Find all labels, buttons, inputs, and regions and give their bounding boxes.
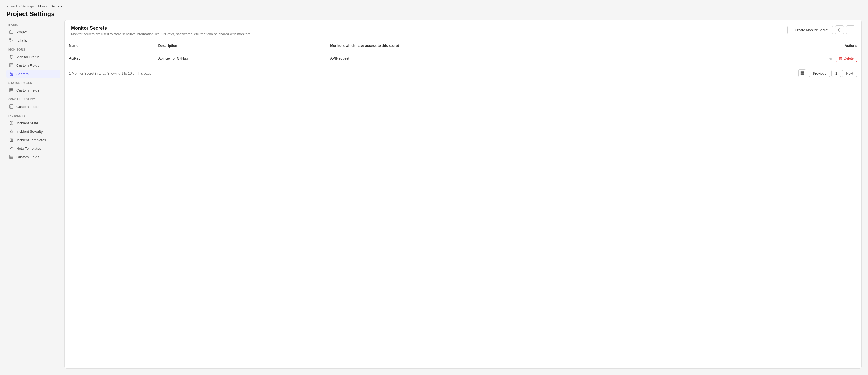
trash-icon bbox=[839, 57, 842, 60]
sidebar-label-note-templates: Note Templates bbox=[17, 146, 41, 150]
sidebar-label-custom-fields-incidents: Custom Fields bbox=[17, 155, 39, 159]
breadcrumb-sep-1: › bbox=[19, 4, 20, 8]
sidebar-section-oncall: On-Call Policy bbox=[6, 94, 60, 102]
breadcrumb-sep-2: › bbox=[35, 4, 36, 8]
cell-monitors: APIRequest bbox=[326, 51, 675, 66]
cell-actions: Edit Delete bbox=[675, 51, 861, 66]
sidebar-section-status-pages: Status Pages bbox=[6, 78, 60, 86]
table-icon-status bbox=[9, 88, 14, 92]
sidebar-label-project: Project bbox=[17, 30, 28, 34]
table-footer: 1 Monitor Secret in total. Showing 1 to … bbox=[65, 66, 861, 80]
tag-icon bbox=[9, 38, 14, 43]
header-actions: + Create Monitor Secret bbox=[787, 25, 855, 34]
sidebar-label-custom-fields-monitors: Custom Fields bbox=[17, 63, 39, 67]
sidebar-section-monitors: Monitors bbox=[6, 45, 60, 53]
cell-description: Api Key for GitHub bbox=[154, 51, 326, 66]
main-layout: Basic Project Labels Mo bbox=[0, 20, 868, 375]
sidebar-item-custom-fields-incidents[interactable]: Custom Fields bbox=[6, 152, 60, 161]
svg-rect-10 bbox=[9, 88, 13, 92]
filter-button[interactable] bbox=[846, 25, 855, 34]
breadcrumb: Project › Settings › Monitor Secrets bbox=[6, 4, 862, 8]
table-wrapper: Name Description Monitors which have acc… bbox=[65, 40, 861, 66]
pagination-filter-icon[interactable] bbox=[798, 69, 806, 77]
sidebar-item-custom-fields-status[interactable]: Custom Fields bbox=[6, 86, 60, 94]
delete-label: Delete bbox=[844, 56, 854, 60]
sidebar-label-incident-state: Incident State bbox=[17, 121, 38, 125]
sidebar-label-incident-templates: Incident Templates bbox=[17, 138, 46, 142]
current-page-button[interactable]: 1 bbox=[831, 70, 841, 77]
sidebar-section-incidents: Incidents bbox=[6, 111, 60, 119]
table-header-row: Name Description Monitors which have acc… bbox=[65, 40, 861, 51]
sidebar-label-secrets: Secrets bbox=[17, 72, 29, 76]
sidebar-label-labels: Labels bbox=[17, 38, 27, 42]
sidebar-label-incident-severity: Incident Severity bbox=[17, 129, 43, 134]
sidebar-item-custom-fields-monitors[interactable]: Custom Fields bbox=[6, 61, 60, 69]
col-actions: Actions bbox=[675, 40, 861, 51]
content-subtitle: Monitor secrets are used to store sensit… bbox=[71, 32, 251, 36]
sidebar-item-incident-severity[interactable]: Incident Severity bbox=[6, 127, 60, 136]
cell-name: ApiKey bbox=[65, 51, 154, 66]
content-panel: Monitor Secrets Monitor secrets are used… bbox=[64, 20, 862, 369]
table-icon-monitors bbox=[9, 63, 14, 68]
next-button[interactable]: Next bbox=[842, 70, 857, 77]
edit-button[interactable]: Edit bbox=[825, 56, 834, 62]
page-title: Project Settings bbox=[6, 10, 862, 18]
svg-point-9 bbox=[11, 74, 11, 75]
table-icon-oncall bbox=[9, 104, 14, 109]
col-description: Description bbox=[154, 40, 326, 51]
sidebar-label-custom-fields-oncall: Custom Fields bbox=[17, 105, 39, 109]
content-title-area: Monitor Secrets Monitor secrets are used… bbox=[71, 25, 251, 36]
pagination: Previous 1 Next bbox=[798, 69, 857, 77]
delete-button[interactable]: Delete bbox=[836, 55, 857, 62]
svg-rect-22 bbox=[9, 155, 13, 159]
previous-button[interactable]: Previous bbox=[809, 70, 830, 77]
sidebar-item-project[interactable]: Project bbox=[6, 28, 60, 36]
triangle-icon bbox=[9, 129, 14, 134]
col-monitors: Monitors which have access to this secre… bbox=[326, 40, 675, 51]
sidebar-label-custom-fields-status: Custom Fields bbox=[17, 88, 39, 92]
svg-point-0 bbox=[10, 39, 11, 40]
sidebar-item-monitor-status[interactable]: Monitor Status bbox=[6, 53, 60, 61]
content-title: Monitor Secrets bbox=[71, 25, 251, 31]
filter-icon bbox=[849, 28, 853, 32]
rows-icon bbox=[800, 71, 804, 75]
sidebar-item-incident-templates[interactable]: Incident Templates bbox=[6, 136, 60, 144]
svg-rect-29 bbox=[840, 57, 842, 59]
breadcrumb-current: Monitor Secrets bbox=[38, 4, 62, 8]
sidebar-item-incident-state[interactable]: Incident State bbox=[6, 119, 60, 127]
page-wrapper: Project › Settings › Monitor Secrets Pro… bbox=[0, 0, 868, 375]
breadcrumb-project[interactable]: Project bbox=[6, 4, 17, 8]
folder-icon bbox=[9, 30, 14, 34]
circle-dot-icon bbox=[9, 121, 14, 125]
table-row: ApiKey Api Key for GitHub APIRequest Edi… bbox=[65, 51, 861, 66]
svg-rect-14 bbox=[9, 105, 13, 109]
file-icon bbox=[9, 138, 14, 142]
svg-point-18 bbox=[10, 121, 13, 125]
lock-icon bbox=[9, 71, 14, 76]
breadcrumb-settings[interactable]: Settings bbox=[21, 4, 34, 8]
create-monitor-secret-button[interactable]: + Create Monitor Secret bbox=[787, 26, 833, 34]
footer-summary: 1 Monitor Secret in total. Showing 1 to … bbox=[69, 71, 152, 75]
secrets-table: Name Description Monitors which have acc… bbox=[65, 40, 861, 66]
sidebar: Basic Project Labels Mo bbox=[6, 20, 64, 369]
refresh-button[interactable] bbox=[835, 25, 844, 34]
globe-icon bbox=[9, 55, 14, 59]
svg-rect-4 bbox=[9, 63, 13, 67]
sidebar-item-secrets[interactable]: Secrets bbox=[6, 69, 60, 78]
table-icon-incidents bbox=[9, 154, 14, 159]
sidebar-label-monitor-status: Monitor Status bbox=[17, 55, 39, 59]
sidebar-item-custom-fields-oncall[interactable]: Custom Fields bbox=[6, 102, 60, 111]
sidebar-item-labels[interactable]: Labels bbox=[6, 36, 60, 45]
refresh-icon bbox=[838, 28, 842, 32]
svg-point-19 bbox=[11, 122, 12, 124]
pencil-icon bbox=[9, 146, 14, 151]
sidebar-section-basic: Basic bbox=[6, 20, 60, 28]
col-name: Name bbox=[65, 40, 154, 51]
content-header: Monitor Secrets Monitor secrets are used… bbox=[65, 20, 861, 40]
top-area: Project › Settings › Monitor Secrets Pro… bbox=[0, 0, 868, 20]
sidebar-item-note-templates[interactable]: Note Templates bbox=[6, 144, 60, 152]
